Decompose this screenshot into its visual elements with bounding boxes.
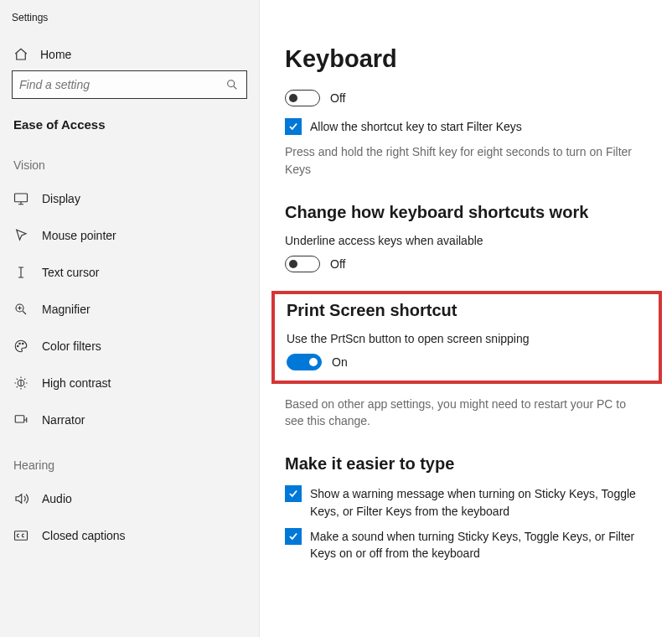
underline-access-label: Underline access keys when available <box>285 234 647 247</box>
sidebar-item-label: Closed captions <box>42 529 126 542</box>
sidebar-item-label: Text cursor <box>42 266 99 279</box>
sidebar-item-color-filters[interactable]: Color filters <box>0 328 259 365</box>
section-easier-type-title: Make it easier to type <box>285 454 647 474</box>
section-title: Ease of Access <box>0 114 259 150</box>
svg-point-4 <box>19 343 21 344</box>
main-content: Keyboard Off Allow the shortcut key to s… <box>260 0 672 637</box>
pointer-icon <box>13 228 28 243</box>
warning-message-label: Show a warning message when turning on S… <box>310 485 647 520</box>
group-label-hearing: Hearing <box>0 450 259 480</box>
sidebar-item-mouse-pointer[interactable]: Mouse pointer <box>0 217 259 254</box>
group-label-vision: Vision <box>0 150 259 180</box>
prtscn-label: Use the PrtScn button to open screen sni… <box>287 332 647 345</box>
sidebar-item-display[interactable]: Display <box>0 180 259 217</box>
sidebar-item-closed-captions[interactable]: Closed captions <box>0 517 259 554</box>
cc-icon <box>13 528 28 543</box>
home-label: Home <box>40 48 71 61</box>
section-prtscn-title: Print Screen shortcut <box>287 301 647 320</box>
magnifier-icon <box>13 302 28 317</box>
home-link[interactable]: Home <box>0 39 259 70</box>
sidebar-item-label: Magnifier <box>42 303 90 316</box>
home-icon <box>13 47 28 62</box>
sidebar-item-label: Display <box>42 192 80 205</box>
filter-keys-shortcut-checkbox[interactable] <box>285 118 302 135</box>
svg-rect-8 <box>15 531 28 541</box>
filter-keys-desc: Press and hold the right Shift key for e… <box>285 143 647 178</box>
sidebar-item-audio[interactable]: Audio <box>0 480 259 517</box>
prtscn-toggle[interactable] <box>287 354 322 370</box>
page-title: Keyboard <box>285 45 647 73</box>
search-input[interactable] <box>19 78 225 91</box>
sidebar-item-narrator[interactable]: Narrator <box>0 401 259 438</box>
app-title: Settings <box>0 8 259 39</box>
keyboard-toggle[interactable] <box>285 90 320 106</box>
sidebar-item-label: Mouse pointer <box>42 229 116 242</box>
section-shortcuts-title: Change how keyboard shortcuts work <box>285 203 647 222</box>
contrast-icon <box>13 375 28 391</box>
audio-icon <box>13 491 28 506</box>
svg-rect-7 <box>15 416 24 422</box>
search-box[interactable] <box>12 70 247 99</box>
svg-point-0 <box>228 80 235 87</box>
warning-message-checkbox[interactable] <box>285 485 302 502</box>
sidebar-item-text-cursor[interactable]: Text cursor <box>0 254 259 291</box>
sidebar-item-label: Color filters <box>42 339 101 353</box>
text-cursor-icon <box>13 265 28 280</box>
display-icon <box>13 191 28 206</box>
search-icon <box>225 77 240 92</box>
svg-rect-1 <box>15 194 28 202</box>
sidebar-item-high-contrast[interactable]: High contrast <box>0 365 259 401</box>
sidebar-item-label: High contrast <box>42 376 111 390</box>
underline-access-toggle[interactable] <box>285 256 320 272</box>
sidebar-item-label: Audio <box>42 492 72 505</box>
sidebar-item-magnifier[interactable]: Magnifier <box>0 291 259 328</box>
svg-point-3 <box>18 345 19 347</box>
highlight-box: Print Screen shortcut Use the PrtScn but… <box>271 291 662 384</box>
filter-keys-shortcut-label: Allow the shortcut key to start Filter K… <box>310 118 522 135</box>
sidebar: Settings Home Ease of Access Vision Disp… <box>0 0 260 637</box>
keyboard-toggle-state: Off <box>330 91 345 105</box>
narrator-icon <box>13 412 28 427</box>
make-sound-label: Make a sound when turning Sticky Keys, T… <box>310 528 647 562</box>
palette-icon <box>13 339 28 354</box>
prtscn-note: Based on other app settings, you might n… <box>285 396 647 430</box>
svg-point-5 <box>23 343 24 344</box>
sidebar-item-label: Narrator <box>42 413 85 427</box>
make-sound-checkbox[interactable] <box>285 528 302 545</box>
underline-access-state: Off <box>330 257 345 271</box>
prtscn-state: On <box>332 355 348 369</box>
